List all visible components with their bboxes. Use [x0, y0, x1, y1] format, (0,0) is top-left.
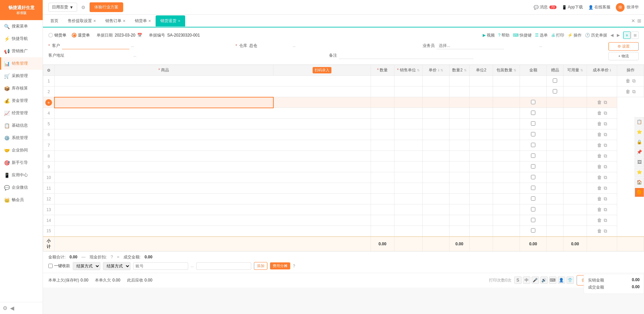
sidebar-item-sales[interactable]: 📊 销售管理	[0, 57, 43, 70]
online-service-link[interactable]: 👤 在线客服	[588, 4, 610, 10]
close-price-setting-icon[interactable]: ✕	[93, 19, 96, 23]
amount-cell-2[interactable]	[520, 86, 547, 97]
sidebar-item-search[interactable]: 🔍 搜索菜单	[0, 20, 43, 33]
account-dots[interactable]: ...	[191, 264, 194, 268]
daily-select[interactable]: 日用百货 ▼	[48, 3, 77, 12]
delete-row-5-icon[interactable]: 🗑	[597, 121, 602, 127]
icon-s[interactable]: S	[514, 276, 522, 284]
close-sales-order-icon[interactable]: ✕	[123, 19, 125, 23]
delete-row-9-icon[interactable]: 🗑	[597, 164, 602, 170]
sidebar-item-purchase[interactable]: 🛒 采购管理	[0, 70, 43, 82]
copy-row-5-icon[interactable]: ⧉	[604, 121, 607, 127]
settings-bottom-icon[interactable]: ⚙	[3, 305, 7, 311]
qty2-cell-3[interactable]	[423, 97, 449, 108]
salesperson-input[interactable]	[437, 42, 504, 49]
delete-row-2-icon[interactable]: 🗑	[626, 89, 630, 95]
avail-cell-2[interactable]	[564, 86, 587, 97]
copy-row-4-icon[interactable]: ⧉	[604, 110, 607, 116]
sidebar-item-member[interactable]: 👑 畅会员	[0, 194, 43, 206]
th-scan[interactable]: 扫码录入	[273, 65, 371, 76]
logistics-side-btn[interactable]: + 物流	[608, 52, 639, 60]
action-help[interactable]: ? 帮助	[498, 33, 509, 38]
sidebar-item-wechat[interactable]: 💬 企业微信	[0, 181, 43, 194]
icon-zh[interactable]: 中	[523, 276, 530, 284]
delete-row-4-icon[interactable]: 🗑	[597, 110, 602, 116]
price-cell-1[interactable]	[423, 76, 449, 86]
delete-row-10-icon[interactable]: 🗑	[597, 175, 602, 180]
goods-cell-3[interactable]	[54, 97, 273, 108]
pack-cell-3[interactable]	[470, 97, 493, 108]
sidebar-item-marketing[interactable]: 📢 营销推广	[0, 45, 43, 57]
one-click-pay-checkbox[interactable]	[48, 264, 53, 268]
grid-view-icon[interactable]: ⊞	[631, 32, 639, 39]
amount-cell-3[interactable]	[493, 97, 520, 108]
unit2-cell-2[interactable]	[470, 86, 493, 97]
sidebar-item-newuser[interactable]: 🎯 新手引导	[0, 156, 43, 169]
delete-row-13-icon[interactable]: 🗑	[597, 207, 602, 212]
sidebar-item-system[interactable]: ⚙️ 系统管理	[0, 132, 43, 144]
price-cell-3[interactable]	[394, 97, 422, 108]
close-sales-delivery-icon[interactable]: ✕	[148, 19, 151, 23]
user-area[interactable]: 徐 徐泽华	[616, 3, 639, 12]
copy-row-14-icon[interactable]: ⧉	[604, 217, 607, 223]
collapse-icon[interactable]: ◀	[10, 305, 14, 311]
tab-price-setting[interactable]: 售价提取设置 ✕	[63, 15, 101, 26]
delete-row-11-icon[interactable]: 🗑	[597, 185, 602, 191]
sidebar-item-finance[interactable]: 💰 资金管理	[0, 95, 43, 107]
action-select[interactable]: ☰ 选单	[535, 33, 548, 38]
copy-row-1-icon[interactable]: ⧉	[632, 78, 636, 84]
copy-row-2-icon[interactable]: ⧉	[632, 89, 636, 95]
gift-checkbox-2[interactable]	[553, 89, 557, 93]
goods-cell-4[interactable]	[54, 108, 371, 119]
info-cost-icon[interactable]: ℹ	[610, 68, 611, 72]
tab-sales-order[interactable]: 销售订单 ✕	[101, 15, 130, 26]
avail-cell-1[interactable]	[564, 76, 587, 86]
copy-row-12-icon[interactable]: ⧉	[604, 196, 607, 202]
pack-cell-1[interactable]	[493, 76, 520, 86]
tab-sales-delivery[interactable]: 销货单 ✕	[130, 15, 156, 26]
radio-sales-return[interactable]: 退货单	[72, 33, 90, 38]
copy-row-9-icon[interactable]: ⧉	[604, 164, 607, 170]
copy-row-6-icon[interactable]: ⧉	[604, 132, 607, 137]
radio-sales-delivery[interactable]: 销货单	[48, 33, 66, 38]
salesperson-dots[interactable]: ...	[539, 44, 542, 48]
action-print[interactable]: 🖨 打印	[551, 33, 564, 38]
unit-cell-1[interactable]	[394, 76, 422, 86]
calc-method-select[interactable]: 结算方式	[103, 262, 130, 270]
copy-row-8-icon[interactable]: ⧉	[604, 153, 607, 159]
icon-speaker[interactable]: 🔊	[540, 276, 548, 284]
goods-cell-1[interactable]	[54, 76, 371, 86]
customer-input[interactable]	[62, 42, 129, 49]
maximize-tab-icon[interactable]: ⊞	[637, 18, 641, 23]
amount-input[interactable]	[196, 262, 251, 270]
customer-dots[interactable]: ...	[131, 44, 134, 48]
app-download-link[interactable]: 📱 App下载	[562, 4, 583, 10]
icon-t-shirt[interactable]: 👕	[567, 276, 574, 284]
goods-cell-2[interactable]	[54, 86, 371, 97]
gift-checkbox-3[interactable]	[531, 100, 535, 104]
qty2-cell-1[interactable]	[449, 76, 470, 86]
tab-sales-return[interactable]: 销货退货 ✕	[156, 15, 185, 26]
qty-cell-1[interactable]	[371, 76, 394, 86]
sidebar-item-shortcut[interactable]: ⚡ 快捷导航	[0, 33, 43, 45]
cost-cell-3[interactable]	[564, 97, 587, 108]
add-payment-btn[interactable]: 添加	[254, 262, 267, 270]
cash-discount-help-icon[interactable]: ?	[111, 255, 113, 259]
unit2-cell-1[interactable]	[470, 76, 493, 86]
add-row-btn[interactable]: +	[45, 99, 52, 106]
add-row-btn-cell[interactable]: +	[43, 97, 55, 108]
sort-avail-icon[interactable]: ⇅	[580, 68, 583, 72]
scan-btn[interactable]: 扫码录入	[313, 67, 331, 73]
prev-record-icon[interactable]: ◀	[610, 33, 613, 38]
fee-split-btn[interactable]: 费用分摊	[270, 262, 290, 269]
qty-cell-2[interactable]	[371, 86, 394, 97]
float-icon-fav[interactable]: ⭐	[635, 168, 644, 177]
icon-person[interactable]: 👤	[558, 276, 565, 284]
qty-cell-3[interactable]	[273, 97, 371, 108]
unit2-cell-3[interactable]	[449, 97, 470, 108]
float-icon-clipboard[interactable]: 📋	[635, 117, 644, 127]
close-sales-return-icon[interactable]: ✕	[178, 19, 180, 23]
one-click-pay-label[interactable]: 一键收款	[48, 263, 70, 269]
delete-row-6-icon[interactable]: 🗑	[597, 132, 602, 137]
topbar-gear-icon[interactable]: ⚙	[81, 5, 86, 10]
